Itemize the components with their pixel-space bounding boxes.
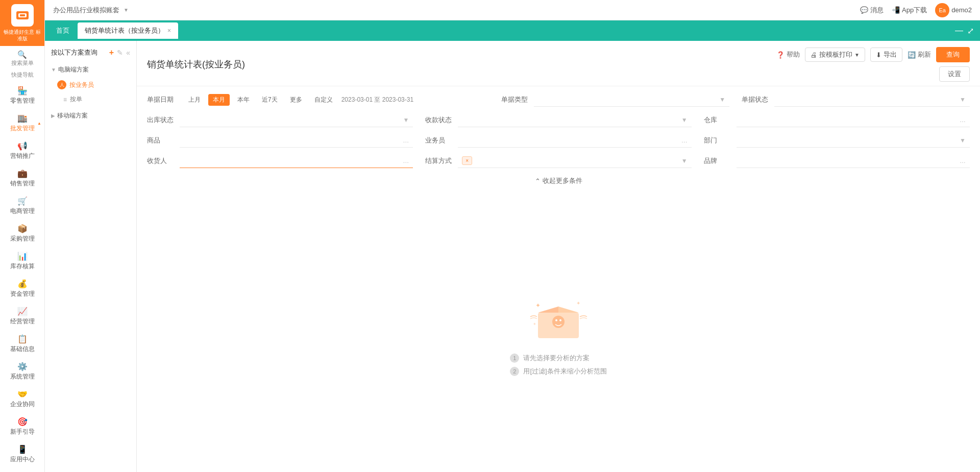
app-download-btn[interactable]: 📲 App下载 <box>892 6 927 15</box>
department-control[interactable]: ▼ <box>737 133 970 148</box>
svg-point-5 <box>555 319 557 321</box>
svg-point-4 <box>552 316 565 328</box>
sidebar-search[interactable]: 🔍 搜索菜单 <box>0 46 44 69</box>
tab-maximize-icon[interactable]: ⤢ <box>967 26 974 36</box>
refresh-btn[interactable]: 🔄 刷新 <box>908 50 931 59</box>
scheme-group-mobile-header[interactable]: ▶ 移动端方案 <box>45 108 136 123</box>
scheme-collapse-btn[interactable]: « <box>126 49 130 57</box>
date-btn-7days[interactable]: 近7天 <box>257 94 282 106</box>
date-btn-this-year[interactable]: 本年 <box>233 94 254 106</box>
content-area: 按以下方案查询 + ✎ « ▼ 电脑端方案 人 按业务员 ≡ 按 <box>45 41 980 472</box>
sidebar-item-ecommerce[interactable]: 🛒 电商管理 <box>0 192 44 220</box>
goods-control[interactable]: … <box>180 133 413 148</box>
logo-icon <box>11 4 34 27</box>
sidebar-item-label: 经营管理 <box>10 317 35 326</box>
settlement-tag-close[interactable]: × <box>465 158 469 163</box>
scheme-group-desktop-header[interactable]: ▼ 电脑端方案 <box>45 62 136 77</box>
scheme-add-btn[interactable]: + <box>109 48 114 57</box>
settings-button[interactable]: 设置 <box>939 66 970 82</box>
scheme-sub-icon: ≡ <box>63 96 67 103</box>
scheme-edit-btn[interactable]: ✎ <box>117 49 123 57</box>
date-label: 单据日期 <box>147 95 176 104</box>
export-btn[interactable]: ⬇ 导出 <box>870 48 902 62</box>
newguide-icon: 🎯 <box>17 417 28 427</box>
sidebar-item-retail[interactable]: 🏪 零售管理 <box>0 82 44 109</box>
collapse-row: ⌃ 收起更多条件 <box>147 174 970 190</box>
tab-sales-report[interactable]: 销货单统计表（按业务员） × <box>78 22 178 39</box>
out-status-control[interactable]: ▼ <box>180 113 413 127</box>
tab-close-icon[interactable]: × <box>167 27 171 34</box>
sidebar-item-sales[interactable]: 💼 销售管理 <box>0 164 44 192</box>
sidebar-item-label: 零售管理 <box>10 97 35 105</box>
app-dropdown-icon[interactable]: ▼ <box>124 7 129 13</box>
sidebar-item-system[interactable]: ⚙️ 系统管理 <box>0 358 44 385</box>
sidebar-item-purchase[interactable]: 📦 采购管理 <box>0 220 44 247</box>
template-print-btn[interactable]: 🖨 按模板打印 ▼ <box>805 48 865 62</box>
brand-more-icon: … <box>960 157 966 164</box>
tab-home[interactable]: 首页 <box>49 22 77 39</box>
date-range-text: 2023-03-01 至 2023-03-31 <box>341 96 413 104</box>
svg-text:✦: ✦ <box>576 300 580 306</box>
sidebar-item-wholesale[interactable]: 🏬 批发管理 <box>0 109 44 137</box>
filter-area: 单据日期 上月 本月 本年 近7天 更多 自定义 2023-03-01 至 20… <box>137 86 980 196</box>
salesperson-control[interactable]: … <box>458 133 691 148</box>
ecommerce-icon: 🛒 <box>17 196 28 206</box>
scheme-item-by-order[interactable]: ≡ 按单 <box>45 92 136 106</box>
message-btn[interactable]: 💬 消息 <box>860 6 884 15</box>
date-btn-this-month[interactable]: 本月 <box>208 94 230 106</box>
page-actions: ❓ 帮助 🖨 按模板打印 ▼ ⬇ 导出 <box>776 47 970 82</box>
sidebar-item-basic[interactable]: 📋 基础信息 <box>0 330 44 358</box>
sidebar-item-marketing[interactable]: 📢 营销推广 <box>0 137 44 164</box>
date-btn-more[interactable]: 更多 <box>285 94 307 106</box>
sidebar-item-label: 应用中心 <box>10 455 35 464</box>
app-name: 办公用品行业模拟账套 <box>53 6 119 15</box>
operation-icon: 📈 <box>17 306 28 316</box>
scheme-group-mobile: ▶ 移动端方案 <box>45 108 136 123</box>
query-button[interactable]: 查询 <box>936 47 970 62</box>
tab-minimize-icon[interactable]: — <box>955 26 963 35</box>
sales-icon: 💼 <box>17 169 28 178</box>
consignee-control[interactable]: … <box>180 154 413 168</box>
finance-icon: 💰 <box>17 279 28 289</box>
scheme-group-desktop: ▼ 电脑端方案 人 按业务员 ≡ 按单 <box>45 62 136 106</box>
help-btn[interactable]: ❓ 帮助 <box>776 50 800 59</box>
sidebar-item-newguide[interactable]: 🎯 新手引导 <box>0 413 44 440</box>
main-area: 办公用品行业模拟账套 ▼ 💬 消息 📲 App下载 Ea demo2 首页 <box>45 0 980 472</box>
scheme-item-icon: 人 <box>57 80 66 89</box>
collapse-filters-btn[interactable]: ⌃ 收起更多条件 <box>535 176 582 185</box>
print-dropdown-icon: ▼ <box>854 52 860 58</box>
payment-status-control[interactable]: ▼ <box>458 113 691 127</box>
payment-status-label: 收款状态 <box>425 115 454 125</box>
user-menu[interactable]: Ea demo2 <box>935 3 972 17</box>
date-filter: 上月 本月 本年 近7天 更多 自定义 <box>184 94 337 106</box>
doc-type-label: 单据类型 <box>501 95 530 104</box>
scheme-item-by-salesperson[interactable]: 人 按业务员 <box>45 77 136 92</box>
basic-icon: 📋 <box>17 334 28 344</box>
enterprise-icon: 🤝 <box>17 389 28 399</box>
sidebar-item-appcenter[interactable]: 📱 应用中心 <box>0 440 44 468</box>
appcenter-icon: 📱 <box>17 444 28 454</box>
doc-type-control[interactable]: ▼ <box>534 92 729 107</box>
topbar: 办公用品行业模拟账套 ▼ 💬 消息 📲 App下载 Ea demo2 <box>45 0 980 20</box>
warehouse-control[interactable]: … <box>737 113 970 127</box>
sidebar-item-finance[interactable]: 💰 资金管理 <box>0 275 44 302</box>
date-btn-last-month[interactable]: 上月 <box>184 94 205 106</box>
goods-label: 商品 <box>147 136 176 145</box>
page-header: 销货单统计表(按业务员) ❓ 帮助 🖨 按模板打印 <box>137 41 980 86</box>
topbar-right: 💬 消息 📲 App下载 Ea demo2 <box>860 3 972 17</box>
sidebar-item-wechat[interactable]: 💬 企业微信 <box>0 468 44 472</box>
settlement-control[interactable]: × ▼ <box>458 154 691 168</box>
date-btn-custom[interactable]: 自定义 <box>310 94 337 106</box>
consignee-more-icon: … <box>403 157 409 164</box>
out-status-dropdown-icon: ▼ <box>403 116 409 124</box>
marketing-icon: 📢 <box>17 141 28 151</box>
sidebar-quick-nav[interactable]: 快捷导航 <box>0 69 44 80</box>
sidebar-item-enterprise[interactable]: 🤝 企业协同 <box>0 385 44 413</box>
brand-control[interactable]: … <box>737 154 970 168</box>
help-icon: ❓ <box>776 51 785 59</box>
sidebar-item-inventory[interactable]: 📊 库存核算 <box>0 247 44 275</box>
sidebar-item-operation[interactable]: 📈 经营管理 <box>0 302 44 330</box>
filter-row-1: 单据日期 上月 本月 本年 近7天 更多 自定义 2023-03-01 至 20… <box>147 92 970 107</box>
doc-status-control[interactable]: ▼ <box>774 92 970 107</box>
warehouse-label: 仓库 <box>704 115 732 125</box>
